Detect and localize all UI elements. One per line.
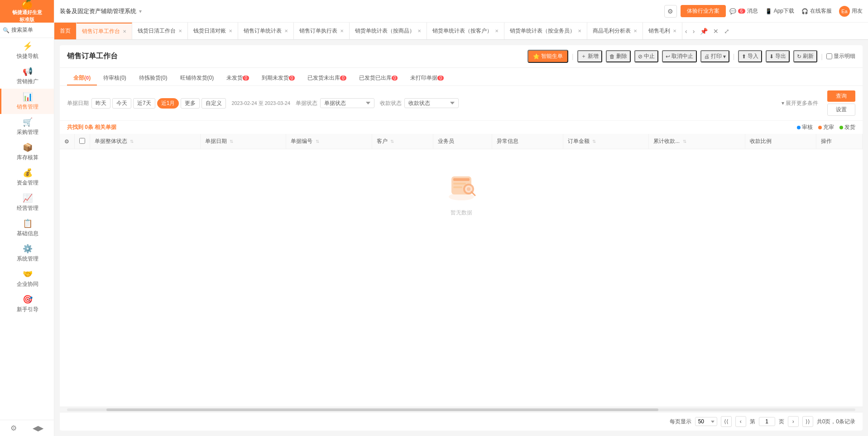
tab-close-icon[interactable]: ✕ xyxy=(495,28,499,33)
sidebar-item-finance[interactable]: 💰 资金管理 xyxy=(0,165,54,190)
delete-button[interactable]: 🗑 删除 xyxy=(606,50,631,62)
tab-sales-monthly-staff[interactable]: 销货单统计表（按业务员） ✕ xyxy=(504,23,587,40)
last-page-btn[interactable]: ⟩⟩ xyxy=(802,416,813,427)
col-settings[interactable]: ⚙ xyxy=(60,134,74,149)
query-button[interactable]: 查询 xyxy=(827,90,855,102)
sort-icon[interactable]: ⇅ xyxy=(316,139,319,144)
sub-tab-not-printed[interactable]: 未打印单据0 xyxy=(404,71,450,85)
export-button[interactable]: ⬇ 导出 xyxy=(766,50,790,62)
add-button[interactable]: ＋ 新增 xyxy=(577,50,602,62)
sidebar-item-operations[interactable]: 📈 经营管理 xyxy=(0,190,54,215)
sort-icon[interactable]: ⇅ xyxy=(130,139,134,144)
tab-sales-profit[interactable]: 销售毛利 ✕ xyxy=(643,23,682,40)
sidebar-item-cooperation[interactable]: 🤝 企业协同 xyxy=(0,266,54,291)
filter-date-1month[interactable]: 近1月 xyxy=(157,98,179,109)
sort-icon[interactable]: ⇅ xyxy=(230,139,233,144)
collapse-icon[interactable]: ◀▶ xyxy=(33,424,43,432)
filter-date-yesterday[interactable]: 昨天 xyxy=(91,98,110,109)
show-detail-input[interactable] xyxy=(826,53,832,59)
tab-home[interactable]: 首页 xyxy=(54,23,77,40)
system-icon: ⚙️ xyxy=(23,244,33,254)
tab-cash-account[interactable]: 钱货日清对账 ✕ xyxy=(188,23,238,40)
app-download-item[interactable]: 📱 App下载 xyxy=(765,7,794,15)
collection-filter-select[interactable]: 收款状态 xyxy=(404,98,459,108)
sort-icon[interactable]: ⇅ xyxy=(592,139,596,144)
per-page-select[interactable]: 20 50 100 xyxy=(695,417,717,426)
sidebar-item-marketing[interactable]: 📢 营销推广 xyxy=(0,63,54,89)
settings-button[interactable]: 设置 xyxy=(827,104,855,116)
tab-cash-daily[interactable]: 钱货日清工作台 ✕ xyxy=(132,23,188,40)
tab-close-icon[interactable]: ✕ xyxy=(229,28,232,33)
message-badge: 6 xyxy=(738,9,745,14)
page-number-input[interactable] xyxy=(759,417,775,426)
tab-sales-exec[interactable]: 销售订单执行表 ✕ xyxy=(294,23,350,40)
date-filter-buttons: 昨天 今天 近7天 近1月 更多 自定义 xyxy=(91,98,226,109)
tab-sales-workbench[interactable]: 销售订单工作台 ✕ xyxy=(77,23,132,40)
industry-plan-button[interactable]: 体验行业方案 xyxy=(681,5,726,17)
online-service-item[interactable]: 🎧 在线客服 xyxy=(801,7,832,15)
sub-tab-shipped-in[interactable]: 已发货已出库0 xyxy=(353,71,404,85)
tab-close-icon[interactable]: ✕ xyxy=(673,28,676,33)
search-menu[interactable]: 🔍 搜索菜单 xyxy=(0,23,54,38)
show-detail-checkbox[interactable]: 显示明细 xyxy=(826,52,855,60)
filter-date-more[interactable]: 更多 xyxy=(181,98,200,109)
expand-more-btn[interactable]: ▾ 展开更多条件 xyxy=(782,100,818,107)
sidebar-item-guide[interactable]: 🎯 新手引导 xyxy=(0,291,54,317)
message-item[interactable]: 💬 6 消息 xyxy=(729,7,758,15)
horizontal-scrollbar[interactable] xyxy=(60,407,863,412)
tab-sales-monthly-customer[interactable]: 销货单统计表（按客户） ✕ xyxy=(427,23,504,40)
first-page-btn[interactable]: ⟨⟨ xyxy=(721,416,732,427)
sidebar-item-basic-info[interactable]: 📋 基础信息 xyxy=(0,215,54,241)
sidebar-item-quick-nav[interactable]: ⚡ 快捷导航 xyxy=(0,38,54,63)
topbar-settings-btn[interactable]: ⚙ xyxy=(664,5,677,18)
smart-create-button[interactable]: ⭐ 智能生单 xyxy=(528,50,568,63)
tab-close-icon[interactable]: ✕ xyxy=(123,29,126,34)
tab-close-icon[interactable]: ✕ xyxy=(633,28,637,33)
refresh-button[interactable]: ↻ 刷新 xyxy=(793,50,817,62)
sidebar-item-system[interactable]: ⚙️ 系统管理 xyxy=(0,241,54,266)
sidebar-item-purchase[interactable]: 🛒 采购管理 xyxy=(0,114,54,139)
tab-maximize-icon[interactable]: ⤢ xyxy=(721,28,732,35)
stop-button[interactable]: ⊘ 中止 xyxy=(634,50,658,62)
sub-tab-pending-inspect[interactable]: 待拣验货(0) xyxy=(133,71,174,85)
filter-date-7days[interactable]: 近7天 xyxy=(133,98,155,109)
prev-page-btn[interactable]: ‹ xyxy=(735,416,746,427)
import-button[interactable]: ⬆ 导入 xyxy=(738,50,762,62)
tab-close-icon[interactable]: ✕ xyxy=(284,28,288,33)
ship-action[interactable]: 发货 xyxy=(839,123,855,131)
sidebar-item-sales[interactable]: 📊 销售管理 xyxy=(0,89,54,114)
filter-date-today[interactable]: 今天 xyxy=(112,98,131,109)
status-filter-select[interactable]: 单据状态 xyxy=(320,98,374,108)
col-checkbox[interactable] xyxy=(74,134,90,149)
sort-icon[interactable]: ⇅ xyxy=(390,139,394,144)
sub-tab-shipped-not-in[interactable]: 已发货未出库0 xyxy=(301,71,353,85)
tab-close-icon[interactable]: ✕ xyxy=(340,28,344,33)
sidebar-item-inventory[interactable]: 📦 库存核算 xyxy=(0,139,54,165)
sub-tab-pending-review[interactable]: 待审核(0) xyxy=(97,71,133,85)
sub-tab-not-shipped[interactable]: 未发货0 xyxy=(220,71,255,85)
tab-sales-monthly-product[interactable]: 销货单统计表（按商品） ✕ xyxy=(350,23,427,40)
tab-pin-icon[interactable]: 📌 xyxy=(697,28,710,35)
tab-close-all-icon[interactable]: ✕ xyxy=(710,28,721,35)
sub-tab-overdue-not-shipped[interactable]: 到期未发货0 xyxy=(255,71,302,85)
tab-close-icon[interactable]: ✕ xyxy=(578,28,581,33)
tab-scroll-right-icon[interactable]: › xyxy=(690,28,698,35)
tab-gross-margin[interactable]: 商品毛利分析表 ✕ xyxy=(587,23,643,40)
scroll-thumb[interactable] xyxy=(106,408,658,411)
next-page-btn[interactable]: › xyxy=(788,416,799,427)
cancel-stop-button[interactable]: ↩ 取消中止 xyxy=(662,50,697,62)
review-action[interactable]: 审核 xyxy=(797,123,813,131)
unaudit-action[interactable]: 充审 xyxy=(818,123,834,131)
sub-tab-all[interactable]: 全部(0) xyxy=(67,71,97,85)
tab-close-icon[interactable]: ✕ xyxy=(178,28,182,33)
settings-bottom-icon[interactable]: ⚙ xyxy=(10,424,17,432)
sub-tab-wangpu-pending[interactable]: 旺铺待发货(0) xyxy=(174,71,221,85)
tab-scroll-left-icon[interactable]: ‹ xyxy=(682,28,690,35)
filter-date-custom[interactable]: 自定义 xyxy=(201,98,226,109)
select-all-checkbox[interactable] xyxy=(79,138,85,144)
user-item[interactable]: Ea 用友 xyxy=(839,6,863,17)
tab-sales-stats[interactable]: 销售订单统计表 ✕ xyxy=(238,23,294,40)
sort-icon[interactable]: ⇅ xyxy=(683,139,686,144)
tab-close-icon[interactable]: ✕ xyxy=(417,28,421,33)
print-button[interactable]: 🖨 打印 ▾ xyxy=(700,50,729,62)
